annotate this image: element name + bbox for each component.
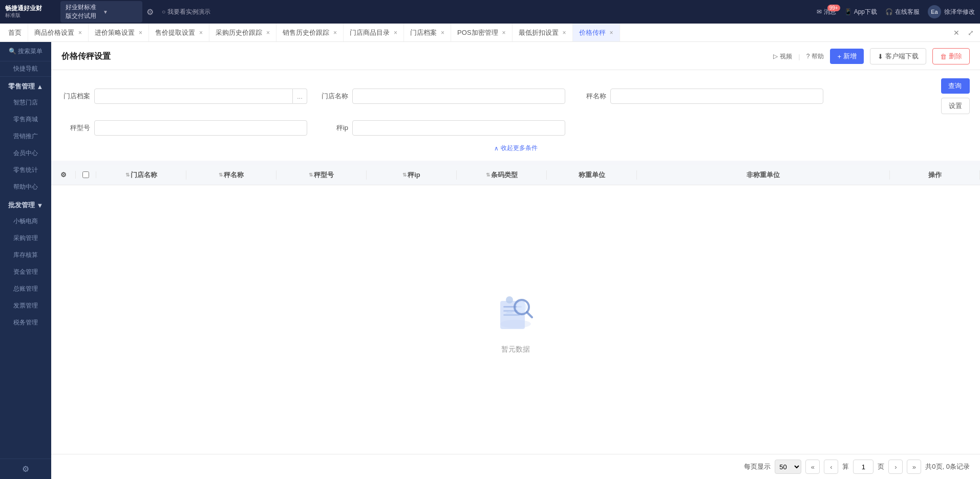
sidebar-search[interactable]: 🔍 搜索菜单 [0,42,51,61]
sidebar-item-member-center[interactable]: 会员中心 [0,145,51,162]
delete-icon: 🗑 [940,53,947,60]
tab-pos[interactable]: POS加密管理 × [451,24,512,42]
tab-store-archive-label: 门店档案 [410,28,437,37]
tab-min-discount-close[interactable]: × [563,29,566,36]
sidebar-section-retail: 零售管理 ▲ [0,77,51,94]
add-button[interactable]: + 新增 [830,49,864,64]
page-number-input[interactable] [853,460,874,474]
th-settings[interactable]: ⚙ [51,171,76,179]
sidebar-item-inventory[interactable]: 库存核算 [0,247,51,264]
tab-purchase-strategy[interactable]: 进价策略设置 × [89,24,149,42]
scale-model-input[interactable] [94,120,307,136]
app-download-button[interactable]: 📱 App下载 [844,8,877,16]
sidebar-item-wholesale[interactable]: 批发管理 ▼ [0,195,51,213]
online-service-button[interactable]: 🎧 在线客服 [885,8,920,16]
page-suffix-label: 页 [878,462,884,471]
settings-button[interactable]: 设置 [941,98,970,114]
th-barcode-type: ⇅ 条码类型 [457,170,547,180]
svg-point-8 [506,296,513,303]
demo-link[interactable]: ○ 我要看实例演示 [162,8,210,16]
sidebar-item-retail-mall[interactable]: 零售商城 [0,111,51,128]
th-checkbox[interactable] [76,171,96,178]
version-settings-icon[interactable]: ⚙ [146,7,154,17]
tab-purchase-history-label: 采购历史价跟踪 [216,28,262,37]
user-area[interactable]: Ea 徐泽华修改 [928,5,975,18]
tab-store-catalog-close[interactable]: × [394,29,397,36]
sidebar-item-smart-store[interactable]: 智慧门店 [0,94,51,111]
th-store-name: ⇅ 门店名称 [96,170,186,180]
tab-sale-history-close[interactable]: × [333,29,337,36]
th-nonweight-unit: 非称重单位 [637,170,890,180]
first-page-button[interactable]: « [805,460,820,474]
sidebar-item-tax[interactable]: 税务管理 [0,314,51,331]
tab-close-current[interactable]: ✕ [949,27,964,39]
delete-button[interactable]: 🗑 删除 [932,48,970,64]
video-link[interactable]: ▷ 视频 [773,52,792,61]
sidebar-item-marketing[interactable]: 营销推广 [0,128,51,145]
add-icon: + [837,53,841,60]
select-all-checkbox[interactable] [82,171,89,178]
sidebar-item-ecommerce[interactable]: 小畅电商 [0,213,51,230]
prev-page-button[interactable]: ‹ [824,460,838,474]
tab-home[interactable]: 首页 [2,24,28,42]
tab-product-price[interactable]: 商品价格设置 × [28,24,89,42]
sidebar-item-retail-management[interactable]: 零售管理 ▲ [0,77,51,94]
tab-price-scale[interactable]: 价格传秤 × [573,24,620,42]
sidebar-item-invoice[interactable]: 发票管理 [0,297,51,314]
page-prefix-label: 算 [842,462,849,471]
tab-purchase-history-close[interactable]: × [266,29,270,36]
sidebar-gear-icon[interactable]: ⚙ [22,464,29,474]
page-title: 价格传秤设置 [61,51,111,62]
tab-store-catalog-label: 门店商品目录 [350,28,390,37]
tab-sale-extract-close[interactable]: × [199,29,203,36]
empty-state: 暂元数据 [51,185,980,454]
sidebar-item-help-center[interactable]: 帮助中心 [0,179,51,195]
retail-expand-icon: ▲ [37,83,44,91]
sidebar-inventory-label: 库存核算 [13,251,38,258]
tab-store-archive[interactable]: 门店档案 × [404,24,451,42]
tab-store-catalog[interactable]: 门店商品目录 × [344,24,404,42]
next-page-button[interactable]: › [888,460,903,474]
version-selector[interactable]: 好业财标准版交付试用 ▼ [60,1,142,23]
last-page-button[interactable]: » [907,460,921,474]
help-link[interactable]: ? 帮助 [806,52,824,61]
first-page-icon: « [811,463,815,471]
th-store-label: 门店名称 [131,170,157,180]
top-bar: 畅捷通好业财 标准版 好业财标准版交付试用 ▼ ⚙ ○ 我要看实例演示 ✉ 消息… [0,0,980,24]
tab-purchase-strategy-close[interactable]: × [139,29,142,36]
tab-sale-extract[interactable]: 售价提取设置 × [149,24,209,42]
tab-pos-close[interactable]: × [502,29,506,36]
store-name-input[interactable] [352,89,565,104]
page-size-select[interactable]: 20 50 100 [775,460,801,474]
sidebar-ecommerce-label: 小畅电商 [13,217,38,225]
tab-actions: ✕ ⤢ [949,27,978,39]
tab-price-scale-close[interactable]: × [610,29,613,36]
scale-name-input[interactable] [610,89,823,104]
tab-store-archive-close[interactable]: × [441,29,444,36]
query-button[interactable]: 查询 [941,78,970,94]
message-button[interactable]: ✉ 消息 99+ [817,8,836,16]
sidebar-item-general-ledger[interactable]: 总账管理 [0,280,51,297]
collapse-button[interactable]: ∧ 收起更多条件 [61,142,970,157]
form-row-1: 门店档案 ... 门店名称 秤名称 [61,78,970,114]
video-icon: ▷ [773,53,778,60]
demo-link-label: 我要看实例演示 [167,8,210,16]
content-area: 价格传秤设置 ▷ 视频 | ? 帮助 + 新增 ⬇ 客户端下载 [51,42,980,479]
store-archive-popup-button[interactable]: ... [293,89,307,104]
tab-maximize[interactable]: ⤢ [964,27,978,39]
version-arrow-icon: ▼ [103,9,137,15]
sidebar-item-purchase[interactable]: 采购管理 [0,230,51,247]
store-archive-input[interactable] [94,89,293,104]
sidebar-item-retail-stats[interactable]: 零售统计 [0,162,51,179]
tab-min-discount[interactable]: 最低折扣设置 × [513,24,573,42]
nav-tabs-bar: 首页 商品价格设置 × 进价策略设置 × 售价提取设置 × 采购历史价跟踪 × … [0,24,980,42]
store-archive-field: 门店档案 ... [61,89,307,104]
tab-product-price-close[interactable]: × [78,29,82,36]
sidebar-quick-nav[interactable]: 快捷导航 [0,61,51,77]
sort-icon: ⇅ [125,172,130,178]
tab-purchase-history[interactable]: 采购历史价跟踪 × [209,24,276,42]
tab-sale-history[interactable]: 销售历史价跟踪 × [276,24,344,42]
download-client-button[interactable]: ⬇ 客户端下载 [870,48,926,64]
scale-ip-input[interactable] [352,120,565,136]
sidebar-item-finance[interactable]: 资金管理 [0,264,51,280]
